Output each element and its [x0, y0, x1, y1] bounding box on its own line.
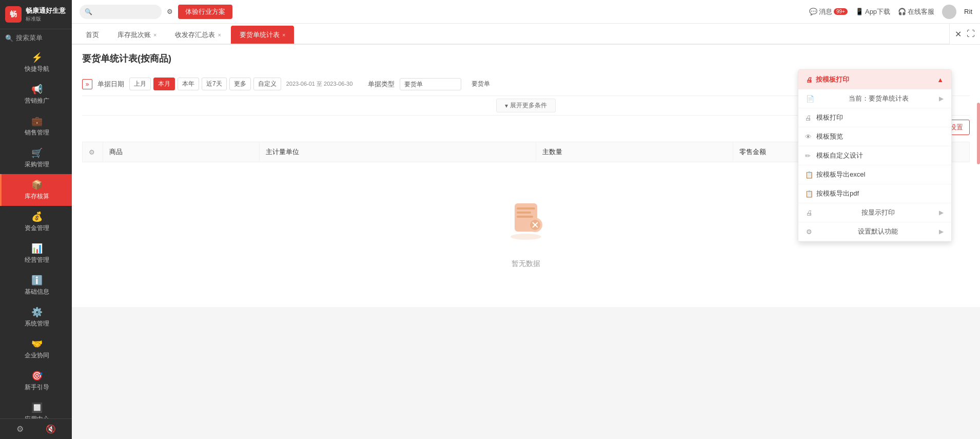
tab-home[interactable]: 首页 — [77, 26, 108, 44]
shortcut-icon: ⚡ — [31, 52, 43, 63]
basic-icon: ℹ️ — [31, 275, 43, 286]
sidebar-item-sales[interactable]: 💼 销售管理 — [0, 110, 72, 142]
tabs-bar: 首页 库存批次账 × 收发存汇总表 × 要货单统计表 × — [72, 24, 949, 44]
online-service-button[interactable]: 🎧 在线客服 — [898, 7, 934, 16]
svg-rect-4 — [517, 216, 533, 218]
logo-text: 畅康通好生意 标准版 — [26, 6, 66, 23]
sidebar-item-appstore[interactable]: 🔲 应用中心 — [0, 397, 72, 418]
date-range-display: 2023-06-01 至 2023-06-30 — [286, 80, 353, 88]
topbar-search-box[interactable]: 🔍 — [80, 5, 162, 19]
dropdown-item-export-pdf[interactable]: 📋 按模板导出pdf — [798, 184, 951, 203]
template-preview-icon: 👁 — [805, 133, 812, 141]
sidebar-item-finance[interactable]: 💰 资金管理 — [0, 206, 72, 238]
date-more[interactable]: 更多 — [229, 78, 251, 90]
chevron-right-icon: ▶ — [939, 95, 944, 102]
dropdown-item-export-excel[interactable]: 📋 按模板导出excel — [798, 165, 951, 184]
system-icon: ⚙️ — [31, 307, 43, 318]
purchase-icon: 🛒 — [31, 147, 43, 159]
tab-order-stats-close[interactable]: × — [282, 32, 285, 38]
window-expand-button[interactable]: ⛶ — [967, 29, 975, 39]
svg-point-0 — [511, 234, 541, 240]
empty-text: 暂无数据 — [83, 259, 970, 269]
finance-icon: 💰 — [31, 211, 43, 222]
tab-order-stats[interactable]: 要货单统计表 × — [231, 26, 294, 44]
print-dropdown-popup: 🖨 按模板打印 ▲ 📄 当前：要货单统计表 ▶ 🖨 模板打印 👁 模板预览 ✏ … — [798, 69, 952, 242]
dropdown-header: 🖨 按模板打印 ▲ — [798, 70, 951, 89]
export-excel-icon: 📋 — [805, 171, 813, 179]
col-product: 商品 — [103, 142, 260, 162]
col-unit: 主计量单位 — [260, 142, 536, 162]
date-options: 上月 本月 本年 近7天 更多 自定义 2023-06-01 至 2023-06… — [129, 78, 352, 90]
scrollbar-thumb[interactable] — [977, 103, 980, 164]
expand-more-button[interactable]: ▾ 展开更多条件 — [496, 99, 556, 112]
tab-receipt-summary-close[interactable]: × — [218, 32, 221, 38]
gear-icon[interactable]: ⚙ — [89, 148, 95, 156]
expand-icon: ▾ — [505, 102, 508, 109]
enterprise-icon: 🤝 — [31, 338, 43, 350]
search-menu-item[interactable]: 🔍 搜索菜单 — [0, 29, 72, 47]
default-func-icon: ⚙ — [806, 228, 812, 236]
display-print-chevron-icon: ▶ — [939, 209, 944, 216]
page-title: 要货单统计表(按商品) — [82, 52, 970, 65]
sidebar-item-shortcut[interactable]: ⚡ 快捷导航 — [0, 47, 72, 79]
date-filter-label: 单据日期 — [97, 80, 124, 89]
tab-batch-account[interactable]: 库存批次账 × — [109, 26, 165, 44]
svg-rect-2 — [517, 207, 535, 209]
app-download-button[interactable]: 📱 App下载 — [855, 7, 890, 16]
tab-receipt-summary[interactable]: 收发存汇总表 × — [166, 26, 229, 44]
dropdown-item-default-func[interactable]: ⚙ 设置默认功能 ▶ — [798, 222, 951, 241]
tab-batch-account-close[interactable]: × — [153, 32, 156, 38]
sidebar-item-operation[interactable]: 📊 经营管理 — [0, 238, 72, 270]
sidebar-item-marketing[interactable]: 📢 营销推广 — [0, 79, 72, 110]
promo-button[interactable]: 体验行业方案 — [178, 5, 232, 19]
dropdown-item-display-print[interactable]: 🖨 按显示打印 ▶ — [798, 203, 951, 222]
sidebar-item-inventory[interactable]: 📦 库存核算 — [0, 174, 72, 206]
dropdown-item-template-custom[interactable]: ✏ 模板自定义设计 — [798, 146, 951, 165]
template-print-icon: 🖨 — [805, 114, 812, 122]
type-select[interactable]: 要货单 — [400, 78, 461, 90]
topbar-settings-icon[interactable]: ⚙ — [167, 8, 173, 15]
topbar-left: 🔍 ⚙ 体验行业方案 — [80, 5, 232, 19]
date-custom[interactable]: 自定义 — [253, 78, 281, 90]
type-select-wrapper: 要货单 — [400, 78, 461, 90]
topbar-search-icon: 🔍 — [85, 8, 92, 15]
date-prev-month[interactable]: 上月 — [129, 78, 151, 90]
sidebar-footer: ⚙ 🔇 — [0, 418, 72, 439]
settings-footer-icon[interactable]: ⚙ — [16, 424, 24, 434]
logo-icon: 畅 — [5, 6, 22, 23]
appstore-icon: 🔲 — [31, 402, 43, 413]
sidebar-nav: ⚡ 快捷导航 📢 营销推广 💼 销售管理 🛒 采购管理 📦 库存核算 💰 资金管… — [0, 47, 72, 418]
sidebar-item-system[interactable]: ⚙️ 系统管理 — [0, 301, 72, 333]
messages-button[interactable]: 💬 消息 99+ — [809, 7, 848, 16]
export-pdf-icon: 📋 — [805, 190, 813, 198]
user-name: Rit — [964, 8, 972, 15]
sidebar-item-enterprise[interactable]: 🤝 企业协同 — [0, 333, 72, 365]
dropdown-collapse-icon[interactable]: ▲ — [937, 76, 944, 84]
dropdown-item-template-preview[interactable]: 👁 模板预览 — [798, 127, 951, 146]
filter-expand-icon[interactable]: » — [82, 79, 92, 89]
order-status-tag: 要货单 — [472, 80, 490, 88]
print-header-icon: 🖨 — [806, 76, 813, 84]
sidebar-item-basic[interactable]: ℹ️ 基础信息 — [0, 270, 72, 301]
col-quantity: 主数量 — [536, 142, 733, 162]
dropdown-item-template-print[interactable]: 🖨 模板打印 — [798, 108, 951, 127]
date-current-month[interactable]: 本月 — [153, 78, 175, 90]
display-print-icon: 🖨 — [806, 209, 813, 217]
date-current-year[interactable]: 本年 — [178, 78, 199, 90]
sidebar-item-guide[interactable]: 🎯 新手引导 — [0, 365, 72, 397]
sidebar-item-purchase[interactable]: 🛒 采购管理 — [0, 142, 72, 174]
message-icon: 💬 — [809, 8, 817, 15]
date-last-7-days[interactable]: 近7天 — [202, 78, 227, 90]
col-gear[interactable]: ⚙ — [83, 142, 103, 162]
user-avatar[interactable] — [942, 5, 956, 19]
sidebar: 畅 畅康通好生意 标准版 🔍 搜索菜单 ⚡ 快捷导航 📢 营销推广 💼 销售管理… — [0, 0, 72, 439]
inventory-icon: 📦 — [31, 179, 43, 190]
service-icon: 🎧 — [898, 8, 906, 15]
default-func-chevron-icon: ▶ — [939, 228, 944, 235]
audio-footer-icon[interactable]: 🔇 — [46, 424, 56, 434]
window-close-button[interactable]: ✕ — [955, 29, 962, 39]
type-filter-label: 单据类型 — [368, 80, 395, 89]
dropdown-item-current[interactable]: 📄 当前：要货单统计表 ▶ — [798, 89, 951, 108]
operation-icon: 📊 — [31, 243, 43, 254]
template-custom-icon: ✏ — [805, 152, 811, 160]
